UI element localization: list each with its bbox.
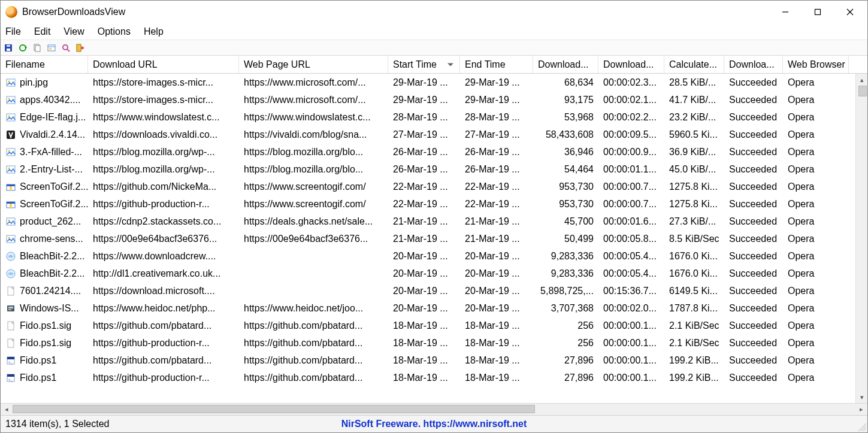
exit-icon[interactable] [75,43,86,53]
status-link[interactable]: NirSoft Freeware. https://www.nirsoft.ne… [341,419,527,429]
cell-status: Succeeded [724,77,783,88]
cell-browser: Opera [783,77,849,88]
titlebar: BrowserDownloadsView [1,1,867,23]
column-header-2[interactable]: Web Page URL [239,56,388,73]
filename-text: ScreenToGif.2... [20,181,88,192]
filename-text: Windows-IS... [20,303,79,314]
menu-view[interactable]: View [58,25,90,38]
scroll-down-icon[interactable]: ▾ [856,391,867,403]
ps1-icon: >_ [5,355,16,366]
table-row[interactable]: product_262...https://cdnp2.stackassets.… [1,213,867,230]
table-row[interactable]: Edge-IE-flag.j...https://www.windowslate… [1,108,867,126]
column-header-6[interactable]: Download... [598,56,664,73]
cell-status: Succeeded [724,181,783,192]
cell-end_time: 18-Mar-19 ... [460,373,533,383]
table-row[interactable]: >_Fido.ps1https://github.com/pbatard...h… [1,352,867,369]
menu-file[interactable]: File [4,25,27,38]
table-row[interactable]: 2.-Entry-List-...https://blog.mozilla.or… [1,161,867,178]
table-row[interactable]: ScreenToGif.2...https://github.com/Nicke… [1,178,867,195]
vertical-scroll-thumb[interactable] [858,86,867,96]
column-header-8[interactable]: Downloa... [724,56,783,73]
resize-gripper[interactable] [858,423,866,431]
column-header-0[interactable]: Filename [1,56,88,73]
table-row[interactable]: Fido.ps1.sighttps://github.com/pbatard..… [1,317,867,334]
cell-status: Succeeded [724,216,783,227]
table-row[interactable]: pin.jpghttps://store-images.s-micr...htt… [1,74,867,91]
refresh-icon[interactable] [17,43,28,53]
cell-browser: Opera [783,338,849,349]
cell-status: Succeeded [724,268,783,279]
cell-browser: Opera [783,251,849,262]
cell-download_url: https://www.windowslatest.c... [88,112,239,123]
horizontal-scroll-thumb[interactable] [13,405,535,413]
save-icon[interactable] [3,43,14,53]
cell-duration: 00:00:05.8... [598,234,664,244]
table-row[interactable]: >_Fido.ps1https://github-production-r...… [1,369,867,386]
cell-size: 3,707,368 [533,303,598,314]
column-header-7[interactable]: Calculate... [664,56,724,73]
table-row[interactable]: 7601.24214....https://download.microsoft… [1,282,867,299]
svg-rect-33 [7,202,15,204]
cell-size: 256 [533,338,598,349]
cell-speed: 28.5 KiB/... [664,77,724,88]
copy-icon[interactable] [32,43,43,53]
cell-size: 9,283,336 [533,268,598,279]
svg-rect-44 [8,307,13,308]
menu-help[interactable]: Help [138,25,170,38]
column-header-9[interactable]: Web Browser [783,56,849,73]
table-row[interactable]: Fido.ps1.sighttps://github-production-r.… [1,334,867,352]
cell-browser: Opera [783,216,849,227]
table-row[interactable]: ScreenToGif.2...https://github-productio… [1,195,867,213]
cell-size: 93,175 [533,95,598,105]
cell-speed: 1275.8 Ki... [664,199,724,210]
vertical-scrollbar[interactable]: ▴ ▾ [855,74,867,403]
close-button[interactable] [834,1,866,23]
minimize-button[interactable] [769,1,802,23]
cell-download_url: https://github.com/NickeMa... [88,181,239,192]
cell-duration: 00:00:09.5... [598,129,664,140]
table-row[interactable]: Windows-IS...https://www.heidoc.net/php.… [1,299,867,317]
list-body[interactable]: pin.jpghttps://store-images.s-micr...htt… [1,74,867,403]
column-header-5[interactable]: Download... [533,56,598,73]
menu-edit[interactable]: Edit [28,25,57,38]
table-row[interactable]: BleachBit-2.2...https://www.downloadcrew… [1,247,867,265]
exe-icon [5,268,16,279]
cell-start_time: 22-Mar-19 ... [388,199,460,210]
table-row[interactable]: chrome-sens...https://00e9e64bacf3e6376.… [1,230,867,247]
horizontal-scrollbar[interactable]: ◂ ▸ [1,403,867,415]
maximize-button[interactable] [802,1,834,23]
svg-rect-30 [7,184,15,186]
find-icon[interactable] [61,43,71,53]
cell-speed: 1275.8 Ki... [664,181,724,192]
file-icon [5,320,16,331]
table-row[interactable]: apps.40342....https://store-images.s-mic… [1,91,867,108]
ps1-icon: >_ [5,373,16,383]
properties-icon[interactable] [46,43,57,53]
cell-filename: chrome-sens... [1,234,88,244]
column-header-4[interactable]: End Time [460,56,533,73]
cell-download_url: https://github.com/pbatard... [88,320,239,331]
cell-web_page_url: https://vivaldi.com/blog/sna... [239,129,388,140]
table-row[interactable]: BleachBit-2.2...http://dl1.creativemark.… [1,265,867,282]
cell-download_url: https://store-images.s-micr... [88,95,239,105]
menu-options[interactable]: Options [92,25,137,38]
table-row[interactable]: Vivaldi.2.4.14...https://downloads.vival… [1,126,867,143]
cell-download_url: https://store-images.s-micr... [88,77,239,88]
filename-text: ScreenToGif.2... [20,199,88,210]
table-row[interactable]: 3.-FxA-filled-...https://blog.mozilla.or… [1,143,867,161]
cell-web_page_url: https://github.com/pbatard... [239,373,388,383]
scroll-left-icon[interactable]: ◂ [1,404,13,416]
cell-end_time: 28-Mar-19 ... [460,112,533,123]
column-header-1[interactable]: Download URL [88,56,239,73]
scroll-right-icon[interactable]: ▸ [855,404,867,416]
cell-download_url: https://blog.mozilla.org/wp-... [88,147,239,158]
cell-duration: 00:00:01.6... [598,216,664,227]
column-header-3[interactable]: Start Time [388,56,460,73]
cell-start_time: 18-Mar-19 ... [388,338,460,349]
cell-web_page_url: https://github.com/pbatard... [239,355,388,366]
filename-text: pin.jpg [20,77,48,88]
svg-rect-31 [10,186,12,190]
cell-filename: 7601.24214.... [1,286,88,296]
scroll-up-icon[interactable]: ▴ [856,74,867,86]
cell-browser: Opera [783,268,849,279]
